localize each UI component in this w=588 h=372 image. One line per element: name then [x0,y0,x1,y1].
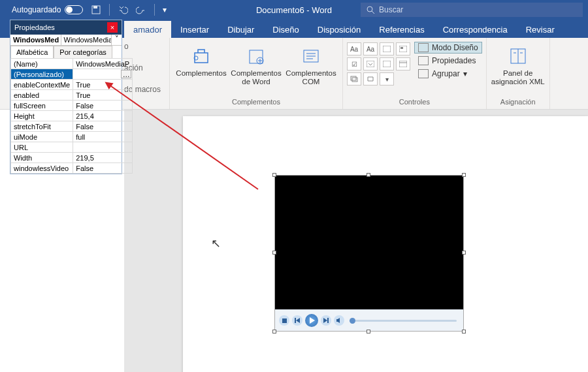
property-value[interactable]: True [73,90,133,101]
resize-handle[interactable] [462,173,466,177]
addins-button[interactable]: Complementos [174,40,229,78]
property-value[interactable]: False [73,101,133,111]
media-player-object[interactable] [274,175,464,332]
control-combobox[interactable] [363,57,378,70]
com-addins-button[interactable]: Complementos COM [284,40,338,86]
xml-icon [507,45,529,67]
control-plain-text[interactable]: Aa [363,42,378,55]
property-value[interactable]: True [73,80,133,90]
object-selector[interactable]: WindowsMed WindowsMedia ˅ [10,35,122,46]
property-row[interactable]: uiModefull [11,132,133,142]
tab-draw[interactable]: Dibujar [218,21,263,38]
stop-icon[interactable] [279,315,289,326]
property-value[interactable]: … [73,69,133,80]
control-date[interactable] [396,57,410,70]
svg-line-3 [372,11,374,14]
properties-icon [418,56,429,65]
properties-title-bar[interactable]: Propiedades × [10,20,122,35]
property-row[interactable]: enabledTrue [11,90,133,101]
property-row[interactable]: URL [11,142,133,153]
search-placeholder: Buscar [379,5,403,14]
tab-insert[interactable]: Insertar [171,21,218,38]
addins-group-label: Complementos [232,97,280,108]
property-row[interactable]: enableContextMeTrue [11,80,133,90]
property-row[interactable]: windowlessVideoFalse [11,163,133,174]
play-icon[interactable] [305,314,318,327]
property-name: (Personalizado) [11,69,73,80]
control-legacy[interactable] [363,72,378,85]
control-rich-text[interactable]: Aa [347,42,361,55]
video-surface [275,176,463,309]
xml-panel-button[interactable]: Panel de asignación XML [491,40,546,86]
ellipsis-button[interactable]: … [121,70,131,78]
tab-review[interactable]: Revisar [517,21,564,38]
tab-categorized[interactable]: Por categorías [54,46,112,58]
resize-handle[interactable] [272,330,276,333]
property-value[interactable]: WindowsMediaP [73,59,133,69]
resize-handle[interactable] [367,173,370,177]
tab-developer[interactable]: amador [124,21,171,38]
resize-handle[interactable] [462,330,466,333]
control-repeat[interactable] [347,72,361,85]
undo-icon[interactable] [118,5,128,15]
control-properties-button[interactable]: Propiedades [414,55,482,67]
chevron-down-icon[interactable]: ˅ [111,35,122,45]
properties-grid[interactable]: (Name)WindowsMediaP(Personalizado)…enabl… [10,58,133,174]
property-value[interactable] [73,142,133,153]
tab-layout[interactable]: Disposición [308,21,370,38]
svg-rect-1 [93,6,97,8]
control-checkbox[interactable]: ☑ [347,57,361,70]
property-value[interactable]: False [73,121,133,132]
svg-rect-5 [250,50,263,63]
autosave-label: Autoguardado [12,5,61,14]
resize-handle[interactable] [272,173,276,177]
property-name: uiMode [11,132,73,142]
document-area[interactable] [124,110,588,372]
word-addins-button[interactable]: Complementos de Word [229,40,284,86]
group-icon [418,69,429,78]
search-box[interactable]: Buscar [361,3,583,17]
redo-icon[interactable] [136,5,146,15]
group-addins: Complementos Complementos de Word Comple… [170,38,343,109]
close-icon[interactable]: × [107,22,118,33]
save-icon[interactable] [91,5,101,15]
control-picture[interactable] [380,42,394,55]
property-row[interactable]: (Personalizado)… [11,69,133,80]
property-value[interactable]: full [73,132,133,142]
svg-rect-13 [400,47,403,49]
property-name: enableContextMe [11,80,73,90]
property-name: stretchToFit [11,121,73,132]
qat-dropdown-icon[interactable]: ▾ [163,5,167,14]
properties-panel[interactable]: Propiedades × WindowsMed WindowsMedia ˅ … [10,20,122,174]
resize-handle[interactable] [367,330,370,333]
autosave-toggle[interactable] [65,5,83,14]
prev-icon[interactable] [292,315,302,326]
property-value[interactable]: 219,5 [73,153,133,163]
property-row[interactable]: fullScreenFalse [11,101,133,111]
document-title: Documento6 - Word [256,5,332,15]
property-name: fullScreen [11,101,73,111]
resize-handle[interactable] [462,251,466,255]
resize-handle[interactable] [272,251,276,255]
group-button[interactable]: Agrupar ▾ [414,68,482,80]
property-row[interactable]: (Name)WindowsMediaP [11,59,133,69]
tab-references[interactable]: Referencias [370,21,433,38]
tab-mail[interactable]: Correspondencia [434,21,517,38]
control-more[interactable]: ▾ [380,72,394,85]
seek-slider[interactable] [350,320,457,322]
property-row[interactable]: stretchToFitFalse [11,121,133,132]
control-dropdown[interactable] [380,57,394,70]
tab-design[interactable]: Diseño [263,21,308,38]
design-mode-button[interactable]: Modo Diseño [414,42,482,54]
controls-gallery: Aa Aa ☑ ▾ [347,40,414,85]
property-value[interactable]: 215,4 [73,111,133,121]
control-building-block[interactable] [396,42,410,55]
mute-icon[interactable] [334,315,344,326]
property-row[interactable]: Width219,5 [11,153,133,163]
property-name: Height [11,111,73,121]
tab-alphabetic[interactable]: Alfabética [10,46,54,58]
next-icon[interactable] [321,315,331,326]
media-controls [275,309,463,331]
property-value[interactable]: False [73,163,133,174]
property-row[interactable]: Height215,4 [11,111,133,121]
